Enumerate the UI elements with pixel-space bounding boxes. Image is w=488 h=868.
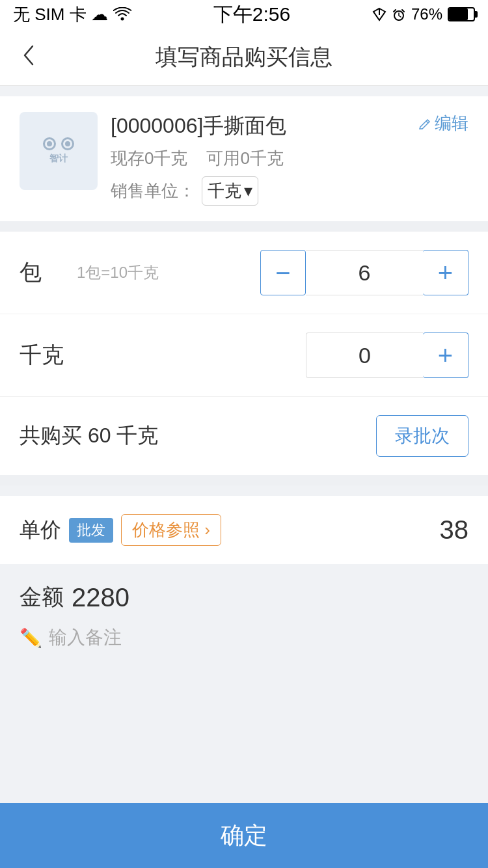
amount-value: 2280 xyxy=(72,583,129,612)
batch-button[interactable]: 录批次 xyxy=(376,415,468,457)
pencil-icon: ✏️ xyxy=(20,627,42,649)
amount-label: 金额 xyxy=(20,582,64,612)
product-card: 智计 [0000006]手撕面包 编辑 现存0千克 可用0千克 销售单位： 千克… xyxy=(0,96,488,221)
price-ref-button[interactable]: 价格参照 › xyxy=(121,514,221,546)
note-row[interactable]: ✏️ 输入备注 xyxy=(20,625,468,650)
price-badge: 批发 xyxy=(69,518,113,543)
divider-2 xyxy=(0,475,488,485)
kg-input-row: 千克 + xyxy=(0,314,488,397)
nav-bar: 填写商品购买信息 xyxy=(0,29,488,86)
unit-dropdown[interactable]: 千克 ▾ xyxy=(202,176,258,206)
price-section: 单价 批发 价格参照 › 38 xyxy=(0,496,488,564)
battery-icon xyxy=(448,7,475,21)
total-row: 共购买 60 千克 录批次 xyxy=(0,397,488,475)
back-button[interactable] xyxy=(20,41,38,74)
total-label: 共购买 60 千克 xyxy=(20,422,158,450)
svg-point-0 xyxy=(120,18,124,21)
bottom-spacer xyxy=(0,660,488,752)
page-title: 填写商品购买信息 xyxy=(156,42,332,72)
bag-input-row: 包 1包=10千克 − + xyxy=(0,232,488,314)
amount-section: 金额 2280 ✏️ 输入备注 xyxy=(0,564,488,660)
product-stock: 现存0千克 可用0千克 xyxy=(111,147,468,170)
available-text: 可用0千克 xyxy=(206,148,283,168)
price-label: 单价 xyxy=(20,516,61,545)
status-left: 无 SIM 卡 ☁ xyxy=(13,3,131,26)
bag-minus-button[interactable]: − xyxy=(260,250,306,295)
status-right: 76% xyxy=(372,5,475,23)
amount-row: 金额 2280 xyxy=(20,582,468,612)
location-icon xyxy=(372,7,386,21)
edit-button[interactable]: 编辑 xyxy=(418,112,468,135)
alarm-icon xyxy=(392,7,406,21)
price-value: 38 xyxy=(440,515,469,545)
bag-sublabel: 1包=10千克 xyxy=(77,262,159,283)
price-ref-label: 价格参照 › xyxy=(132,519,210,541)
bag-quantity-input[interactable] xyxy=(306,250,423,295)
edit-icon xyxy=(418,116,432,131)
unit-label: 销售单位： xyxy=(111,180,195,202)
bag-plus-button[interactable]: + xyxy=(423,250,468,295)
product-logo: 智计 xyxy=(43,137,74,165)
kg-quantity-input[interactable] xyxy=(306,332,423,378)
product-info: [0000006]手撕面包 编辑 现存0千克 可用0千克 销售单位： 千克 ▾ xyxy=(111,112,468,206)
bag-controls: − + xyxy=(260,250,468,295)
unit-value: 千克 xyxy=(208,180,241,202)
price-row: 单价 批发 价格参照 › 38 xyxy=(20,514,468,546)
product-image: 智计 xyxy=(20,112,98,190)
product-name: [0000006]手撕面包 xyxy=(111,112,286,141)
wifi-icon xyxy=(113,7,131,21)
bag-label: 包 xyxy=(20,258,72,288)
confirm-button[interactable]: 确定 xyxy=(0,803,488,868)
dropdown-arrow-icon: ▾ xyxy=(244,181,252,201)
input-section: 包 1包=10千克 − + 千克 + 共购买 60 千克 录批次 xyxy=(0,232,488,475)
product-unit-row: 销售单位： 千克 ▾ xyxy=(111,176,468,206)
status-time: 下午2:56 xyxy=(213,1,290,28)
divider-1 xyxy=(0,221,488,232)
battery-percent: 76% xyxy=(411,5,442,23)
sim-label: 无 SIM 卡 ☁ xyxy=(13,3,108,26)
kg-controls: + xyxy=(306,332,468,378)
kg-label: 千克 xyxy=(20,340,72,370)
kg-plus-button[interactable]: + xyxy=(423,332,468,378)
bottom-area: 确定 xyxy=(0,790,488,868)
note-placeholder: 输入备注 xyxy=(49,625,122,650)
stock-text: 现存0千克 xyxy=(111,148,187,168)
status-bar: 无 SIM 卡 ☁ 下午2:56 76% xyxy=(0,0,488,29)
edit-label: 编辑 xyxy=(435,112,468,135)
